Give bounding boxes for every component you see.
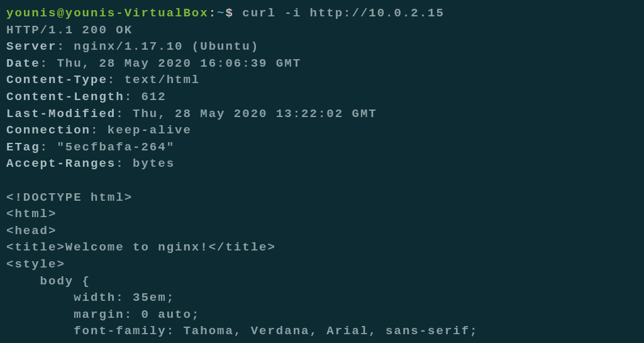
header-value: : bytes xyxy=(116,157,175,171)
header-value: : Thu, 28 May 2020 13:22:02 GMT xyxy=(116,107,377,121)
http-header-line: Accept-Ranges: bytes xyxy=(6,155,638,172)
http-header-line: Connection: keep-alive xyxy=(6,122,638,139)
header-value: : nginx/1.17.10 (Ubuntu) xyxy=(57,40,259,53)
body-line: margin: 0 auto; xyxy=(6,306,638,323)
body-line: <html> xyxy=(6,206,638,223)
prompt-user-host: younis@younis-VirtualBox xyxy=(6,6,209,20)
http-header-line: Last-Modified: Thu, 28 May 2020 13:22:02… xyxy=(6,106,638,123)
http-header-line: Server: nginx/1.17.10 (Ubuntu) xyxy=(6,38,638,55)
http-status-line: HTTP/1.1 200 OK xyxy=(6,22,638,39)
header-key: ETag xyxy=(6,140,40,154)
prompt-path: ~ xyxy=(217,6,225,20)
http-header-line: ETag: "5ecfbafa-264" xyxy=(6,139,638,156)
command-text: curl -i http://10.0.2.15 xyxy=(234,6,445,20)
header-value: : "5ecfbafa-264" xyxy=(40,140,175,154)
header-key: Content-Length xyxy=(6,90,125,104)
header-key: Server xyxy=(6,40,57,53)
body-line: } xyxy=(6,340,638,343)
prompt-separator: : xyxy=(209,6,217,20)
prompt-symbol: $ xyxy=(225,6,233,20)
body-line: width: 35em; xyxy=(6,290,638,306)
header-value: : text/html xyxy=(108,73,200,87)
body-line xyxy=(6,172,638,189)
body-line: <!DOCTYPE html> xyxy=(6,189,638,206)
header-key: Accept-Ranges xyxy=(6,157,116,171)
body-line: <style> xyxy=(6,256,638,273)
header-key: Content-Type xyxy=(6,73,108,87)
header-key: Connection xyxy=(6,123,91,137)
header-value: : Thu, 28 May 2020 16:06:39 GMT xyxy=(40,57,301,70)
http-header-line: Content-Length: 612 xyxy=(6,89,638,106)
header-key: Date xyxy=(6,57,40,70)
http-header-line: Content-Type: text/html xyxy=(6,72,638,89)
http-body: <!DOCTYPE html><html><head><title>Welcom… xyxy=(6,172,638,343)
header-key: Last-Modified xyxy=(6,107,116,121)
terminal-prompt-line[interactable]: younis@younis-VirtualBox:~$ curl -i http… xyxy=(6,5,638,22)
http-headers: Server: nginx/1.17.10 (Ubuntu)Date: Thu,… xyxy=(6,38,638,172)
body-line: <head> xyxy=(6,223,638,240)
header-value: : 612 xyxy=(125,90,167,104)
body-line: body { xyxy=(6,273,638,290)
http-header-line: Date: Thu, 28 May 2020 16:06:39 GMT xyxy=(6,55,638,72)
header-value: : keep-alive xyxy=(91,123,192,137)
body-line: font-family: Tahoma, Verdana, Arial, san… xyxy=(6,323,638,340)
body-line: <title>Welcome to nginx!</title> xyxy=(6,239,638,256)
